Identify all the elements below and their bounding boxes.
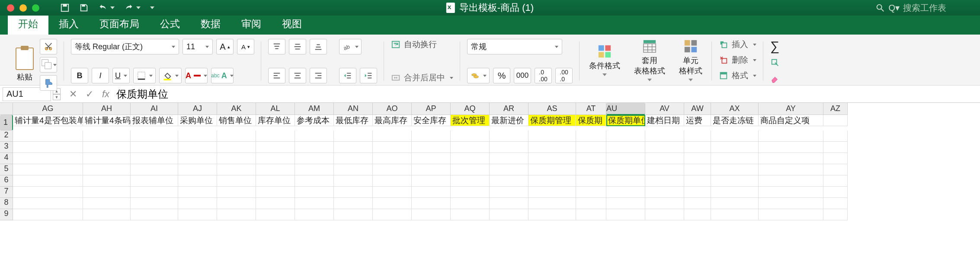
cell-AS6[interactable] xyxy=(528,175,576,187)
cell-AJ8[interactable] xyxy=(178,198,217,209)
cell-AJ3[interactable] xyxy=(178,142,217,153)
cell-AX6[interactable] xyxy=(711,175,759,187)
cell-AL9[interactable] xyxy=(256,209,295,220)
cell-AH7[interactable] xyxy=(83,187,131,198)
col-header-AP[interactable]: AP xyxy=(412,103,451,115)
cell-AJ2[interactable] xyxy=(178,130,217,142)
cell-AP6[interactable] xyxy=(412,175,451,187)
cell-AU6[interactable] xyxy=(606,175,645,187)
autosum-button[interactable]: ∑ xyxy=(770,39,780,54)
qat-undo[interactable] xyxy=(98,3,115,13)
cell-AM3[interactable] xyxy=(295,142,334,153)
cell-AX8[interactable] xyxy=(711,198,759,209)
cell-AH3[interactable] xyxy=(83,142,131,153)
row-header-9[interactable]: 9 xyxy=(0,209,13,220)
increase-indent-button[interactable] xyxy=(360,68,377,83)
cell-AO1[interactable]: 最高库存 xyxy=(373,115,412,126)
col-header-AO[interactable]: AO xyxy=(373,103,412,115)
cell-AG6[interactable] xyxy=(13,175,83,187)
tab-view[interactable]: 视图 xyxy=(272,14,312,35)
cell-AV5[interactable] xyxy=(645,164,684,175)
cell-AO2[interactable] xyxy=(373,130,412,142)
cell-AZ7[interactable] xyxy=(823,187,848,198)
tab-data[interactable]: 数据 xyxy=(190,14,231,35)
cell-AV8[interactable] xyxy=(645,198,684,209)
cell-AS5[interactable] xyxy=(528,164,576,175)
fx-enter[interactable]: ✓ xyxy=(86,89,93,100)
cell-AQ9[interactable] xyxy=(451,209,490,220)
cell-AS8[interactable] xyxy=(528,198,576,209)
increase-decimal-button[interactable]: .0.00 xyxy=(535,68,552,83)
cell-AV9[interactable] xyxy=(645,209,684,220)
cell-AH6[interactable] xyxy=(83,175,131,187)
cell-AX1[interactable]: 是否走冻链 xyxy=(711,115,759,126)
cell-AR6[interactable] xyxy=(490,175,528,187)
cell-AQ3[interactable] xyxy=(451,142,490,153)
cell-AT2[interactable] xyxy=(576,130,606,142)
cell-AN3[interactable] xyxy=(334,142,373,153)
select-all-corner[interactable] xyxy=(0,103,13,115)
cell-AH4[interactable] xyxy=(83,153,131,164)
row-header-2[interactable]: 2 xyxy=(0,130,13,142)
cell-AK6[interactable] xyxy=(217,175,256,187)
col-header-AK[interactable]: AK xyxy=(217,103,256,115)
cell-AH5[interactable] xyxy=(83,164,131,175)
cell-AN8[interactable] xyxy=(334,198,373,209)
cell-AG3[interactable] xyxy=(13,142,83,153)
cell-AT8[interactable] xyxy=(576,198,606,209)
cell-AR4[interactable] xyxy=(490,153,528,164)
percent-button[interactable]: % xyxy=(493,68,510,83)
fill-color-button[interactable] xyxy=(159,68,182,83)
cell-AP8[interactable] xyxy=(412,198,451,209)
cell-AK8[interactable] xyxy=(217,198,256,209)
row-header-3[interactable]: 3 xyxy=(0,142,13,153)
cell-AM9[interactable] xyxy=(295,209,334,220)
cell-AI6[interactable] xyxy=(131,175,178,187)
cell-AI3[interactable] xyxy=(131,142,178,153)
col-header-AG[interactable]: AG xyxy=(13,103,83,115)
col-header-AZ[interactable]: AZ xyxy=(823,103,848,115)
col-header-AN[interactable]: AN xyxy=(334,103,373,115)
paste-button[interactable]: 粘贴 xyxy=(13,48,36,82)
minimize-window[interactable] xyxy=(19,4,27,12)
cell-AT5[interactable] xyxy=(576,164,606,175)
cell-AJ7[interactable] xyxy=(178,187,217,198)
cell-AS3[interactable] xyxy=(528,142,576,153)
row-header-1[interactable]: 1 xyxy=(0,115,13,130)
cell-AT9[interactable] xyxy=(576,209,606,220)
cell-AX5[interactable] xyxy=(711,164,759,175)
format-cells-button[interactable]: 格式 xyxy=(719,70,756,81)
cell-AL2[interactable] xyxy=(256,130,295,142)
cell-AR5[interactable] xyxy=(490,164,528,175)
wrap-text-button[interactable]: 自动换行 xyxy=(391,39,453,50)
cell-AQ5[interactable] xyxy=(451,164,490,175)
cell-AO3[interactable] xyxy=(373,142,412,153)
cell-AX3[interactable] xyxy=(711,142,759,153)
cell-AW8[interactable] xyxy=(684,198,711,209)
cell-AL6[interactable] xyxy=(256,175,295,187)
cell-AZ1[interactable] xyxy=(823,115,848,126)
cell-AG5[interactable] xyxy=(13,164,83,175)
cell-AJ4[interactable] xyxy=(178,153,217,164)
search-input[interactable] xyxy=(903,3,972,13)
cell-AY7[interactable] xyxy=(759,187,823,198)
italic-button[interactable]: I xyxy=(92,68,109,83)
col-header-AS[interactable]: AS xyxy=(528,103,576,115)
cell-AU3[interactable] xyxy=(606,142,645,153)
cell-AY5[interactable] xyxy=(759,164,823,175)
cell-AR8[interactable] xyxy=(490,198,528,209)
cell-AL3[interactable] xyxy=(256,142,295,153)
row-header-8[interactable]: 8 xyxy=(0,198,13,209)
cell-AI9[interactable] xyxy=(131,209,178,220)
cell-AV2[interactable] xyxy=(645,130,684,142)
tab-home[interactable]: 开始 xyxy=(8,14,48,35)
copy-button[interactable] xyxy=(40,57,57,73)
font-name-select[interactable]: 等线 Regular (正文) xyxy=(71,39,179,54)
cell-AV1[interactable]: 建档日期 xyxy=(645,115,684,126)
cell-AW2[interactable] xyxy=(684,130,711,142)
cell-AW4[interactable] xyxy=(684,153,711,164)
col-header-AJ[interactable]: AJ xyxy=(178,103,217,115)
cell-AQ2[interactable] xyxy=(451,130,490,142)
cell-AZ6[interactable] xyxy=(823,175,848,187)
row-header-4[interactable]: 4 xyxy=(0,153,13,164)
